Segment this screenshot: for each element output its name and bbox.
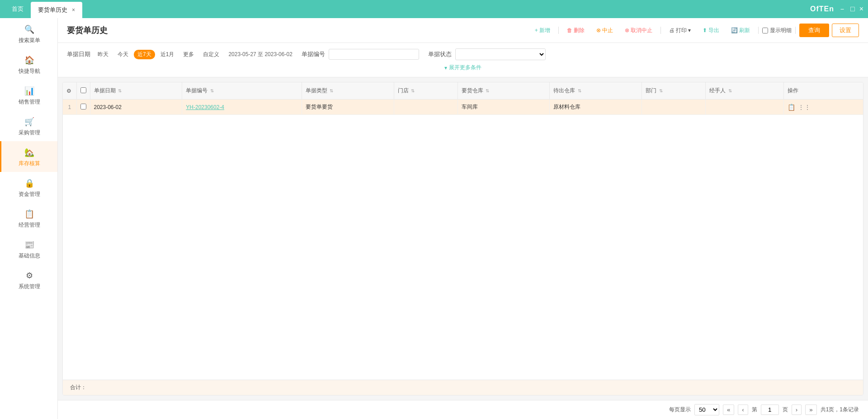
sidebar-label-basic: 基础信息 xyxy=(19,252,40,260)
settings-button[interactable]: 设置 xyxy=(832,24,859,37)
sidebar-label-inventory: 库存核算 xyxy=(19,160,40,167)
reqwh-sort-icon[interactable]: ⇅ xyxy=(486,88,489,93)
shortcut-1month[interactable]: 近1月 xyxy=(157,50,178,59)
status-select[interactable] xyxy=(455,48,546,60)
docno-sort-icon[interactable]: ⇅ xyxy=(210,88,214,93)
cancel-stop-button[interactable]: ⊗ 取消中止 xyxy=(620,24,657,37)
stop-icon: ⊗ xyxy=(596,27,601,33)
page-header: 要货单历史 + 新增 🗑 删除 ⊗ 中止 ⊗ 取消中止 🖨 xyxy=(58,18,868,43)
inventory-icon: 🏡 xyxy=(24,148,34,157)
tab-home[interactable]: 首页 xyxy=(5,0,31,18)
next-page-btn[interactable]: › xyxy=(792,405,802,415)
docno-input[interactable] xyxy=(329,49,419,60)
header-row: ⚙ 单据日期 ⇅ 单据编号 ⇅ 单据类型 xyxy=(63,82,863,100)
page-title: 要货单历史 xyxy=(67,25,108,36)
show-detail-checkbox[interactable] xyxy=(762,28,768,33)
refresh-label: 刷新 xyxy=(739,27,750,34)
per-page-select[interactable]: 50 10 20 100 xyxy=(694,404,719,415)
page-unit: 页 xyxy=(783,406,788,414)
sidebar-item-sales[interactable]: 📊 销售管理 xyxy=(0,80,57,110)
summary-label: 合计： xyxy=(70,384,86,391)
sidebar-item-search[interactable]: 🔍 搜索菜单 xyxy=(0,18,57,49)
row-reqwarehouse: 车间库 xyxy=(458,100,550,115)
op-icons: 📋 ⋮⋮ xyxy=(788,104,859,111)
shortcut-7days[interactable]: 近7天 xyxy=(134,50,155,59)
sidebar-item-purchase[interactable]: 🛒 采购管理 xyxy=(0,110,57,141)
col-pendingwarehouse: 待出仓库 ⇅ xyxy=(550,82,642,100)
refresh-button[interactable]: 🔄 刷新 xyxy=(726,24,755,37)
doctype-sort-icon[interactable]: ⇅ xyxy=(330,88,333,93)
first-page-btn[interactable]: « xyxy=(723,405,734,415)
query-button[interactable]: 查询 xyxy=(799,24,829,37)
per-page-label: 每页显示 xyxy=(669,406,691,414)
pendingwh-sort-icon[interactable]: ⇅ xyxy=(578,88,581,93)
sidebar-item-quicknav[interactable]: 🏠 快捷导航 xyxy=(0,49,57,80)
print-label: 打印 xyxy=(676,27,687,34)
date-filter-group: 单据日期 昨天 今天 近7天 近1月 更多 自定义 2023-05-27 至 2… xyxy=(67,50,292,59)
cancel-icon: ⊗ xyxy=(625,27,629,33)
table-row[interactable]: 1 2023-06-02 YH-20230602-4 要货单要货 车间库 原材料… xyxy=(63,100,863,115)
sidebar-item-system[interactable]: ⚙ 系统管理 xyxy=(0,264,57,295)
window-actions: － □ × xyxy=(839,5,863,14)
col-settings[interactable]: ⚙ xyxy=(63,82,76,100)
col-date: 单据日期 ⇅ xyxy=(90,82,182,100)
sales-icon: 📊 xyxy=(24,86,34,96)
basic-icon: 📰 xyxy=(24,240,34,250)
row-checkbox-cell xyxy=(76,100,90,115)
row-date: 2023-06-02 xyxy=(90,100,182,115)
header-actions: + 新增 🗑 删除 ⊗ 中止 ⊗ 取消中止 🖨 打印 xyxy=(530,24,859,37)
shortcut-yesterday[interactable]: 昨天 xyxy=(94,50,112,59)
table-empty-space xyxy=(63,115,863,380)
show-detail-toggle[interactable]: 显示明细 xyxy=(762,27,792,34)
store-sort-icon[interactable]: ⇅ xyxy=(411,88,415,93)
finance-icon: 🔒 xyxy=(24,178,34,188)
date-sort-icon[interactable]: ⇅ xyxy=(118,88,122,93)
sidebar-item-inventory[interactable]: 🏡 库存核算 xyxy=(0,141,57,172)
minimize-btn[interactable]: － xyxy=(839,5,846,14)
col-checkbox xyxy=(76,82,90,100)
sidebar-item-operations[interactable]: 📋 经营管理 xyxy=(0,203,57,233)
table-container: ⚙ 单据日期 ⇅ 单据编号 ⇅ 单据类型 xyxy=(62,82,863,395)
shortcut-custom[interactable]: 自定义 xyxy=(199,50,223,59)
sidebar-item-finance[interactable]: 🔒 资金管理 xyxy=(0,172,57,203)
edit-op-icon[interactable]: 📋 xyxy=(788,104,795,111)
sidebar-label-search: 搜索菜单 xyxy=(19,37,40,44)
new-button[interactable]: + 新增 xyxy=(530,24,555,37)
docno-link[interactable]: YH-20230602-4 xyxy=(186,104,224,110)
home-icon: 🏠 xyxy=(24,55,34,65)
export-label: 导出 xyxy=(708,27,719,34)
col-doctype: 单据类型 ⇅ xyxy=(302,82,394,100)
more-op-icon[interactable]: ⋮⋮ xyxy=(798,104,811,111)
current-page-input[interactable] xyxy=(761,405,779,415)
brand-logo: OfTEn xyxy=(810,5,839,13)
row-handler xyxy=(706,100,783,115)
delete-button[interactable]: 🗑 删除 xyxy=(562,24,589,37)
sidebar-label-purchase: 采购管理 xyxy=(19,129,40,137)
shortcut-more[interactable]: 更多 xyxy=(179,50,198,59)
filter-row-1: 单据日期 昨天 今天 近7天 近1月 更多 自定义 2023-05-27 至 2… xyxy=(67,48,859,60)
status-filter-group: 单据状态 xyxy=(428,48,546,60)
handler-sort-icon[interactable]: ⇅ xyxy=(728,88,732,93)
shortcut-today[interactable]: 今天 xyxy=(114,50,132,59)
maximize-btn[interactable]: □ xyxy=(850,5,855,13)
print-button[interactable]: 🖨 打印 ▾ xyxy=(665,24,695,37)
sidebar-item-basic[interactable]: 📰 基础信息 xyxy=(0,233,57,264)
row-actions: 📋 ⋮⋮ xyxy=(783,100,863,115)
sidebar-label-operations: 经营管理 xyxy=(19,221,40,229)
stop-label: 中止 xyxy=(602,27,613,34)
row-pendingwarehouse: 原材料仓库 xyxy=(550,100,642,115)
refresh-icon: 🔄 xyxy=(731,27,738,33)
tab-history[interactable]: 要货单历史 × xyxy=(31,2,82,18)
stop-button[interactable]: ⊗ 中止 xyxy=(592,24,618,37)
dept-sort-icon[interactable]: ⇅ xyxy=(659,88,663,93)
select-all-checkbox[interactable] xyxy=(80,87,86,93)
export-button[interactable]: ⬆ 导出 xyxy=(698,24,724,37)
row-dept xyxy=(642,100,706,115)
tab-close-icon[interactable]: × xyxy=(72,7,75,13)
prev-page-btn[interactable]: ‹ xyxy=(738,405,748,415)
close-btn[interactable]: × xyxy=(859,5,863,13)
row-checkbox[interactable] xyxy=(80,104,86,110)
row-store xyxy=(394,100,458,115)
expand-more-btn[interactable]: ▾ 展开更多条件 xyxy=(67,64,859,71)
last-page-btn[interactable]: » xyxy=(805,405,816,415)
